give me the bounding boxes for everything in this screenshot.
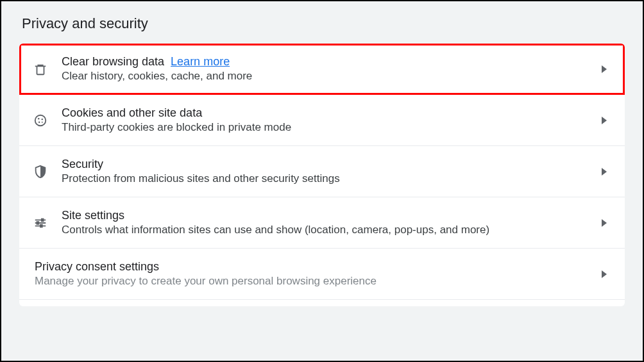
svg-rect-10 (40, 224, 42, 227)
site-settings-row[interactable]: Site settings Controls what information … (19, 197, 625, 249)
shield-icon (33, 165, 62, 179)
privacy-security-section: Privacy and security Clear browsing data… (1, 1, 643, 306)
row-desc: Clear history, cookies, cache, and more (62, 70, 598, 83)
chevron-right-icon (598, 65, 611, 73)
partial-row[interactable] (19, 300, 625, 306)
clear-browsing-data-row[interactable]: Clear browsing data Learn more Clear his… (19, 44, 625, 95)
chevron-right-icon (598, 219, 611, 227)
row-title: Site settings (62, 209, 124, 222)
row-desc: Manage your privacy to create your own p… (35, 275, 598, 288)
row-title: Clear browsing data (62, 55, 164, 69)
svg-point-3 (38, 121, 40, 122)
settings-card: Clear browsing data Learn more Clear his… (19, 44, 625, 306)
trash-icon (33, 62, 62, 76)
row-text: Cookies and other site data Third-party … (62, 106, 598, 134)
row-title: Security (62, 158, 103, 171)
row-text: Security Protection from malicious sites… (62, 158, 598, 185)
section-title: Privacy and security (19, 1, 625, 44)
row-text: Privacy consent settings Manage your pri… (35, 260, 598, 288)
row-title: Privacy consent settings (35, 260, 159, 274)
svg-point-2 (42, 118, 43, 119)
row-desc: Third-party cookies are blocked in priva… (62, 121, 598, 134)
row-text: Site settings Controls what information … (62, 209, 598, 236)
svg-rect-9 (37, 222, 39, 224)
chevron-right-icon (598, 117, 611, 124)
svg-point-0 (35, 115, 46, 126)
chevron-right-icon (598, 168, 611, 176)
svg-rect-8 (42, 218, 44, 221)
row-desc: Controls what information sites can use … (62, 224, 598, 236)
chevron-right-icon (598, 270, 611, 278)
learn-more-link[interactable]: Learn more (171, 55, 230, 69)
svg-point-4 (42, 121, 43, 122)
cookies-row[interactable]: Cookies and other site data Third-party … (19, 95, 625, 146)
cookie-icon (33, 113, 62, 128)
security-row[interactable]: Security Protection from malicious sites… (19, 146, 625, 197)
svg-point-1 (38, 118, 39, 119)
row-title: Cookies and other site data (62, 106, 202, 120)
row-desc: Protection from malicious sites and othe… (62, 172, 598, 185)
sliders-icon (33, 216, 62, 230)
privacy-consent-row[interactable]: Privacy consent settings Manage your pri… (19, 249, 625, 300)
row-text: Clear browsing data Learn more Clear his… (62, 55, 598, 83)
